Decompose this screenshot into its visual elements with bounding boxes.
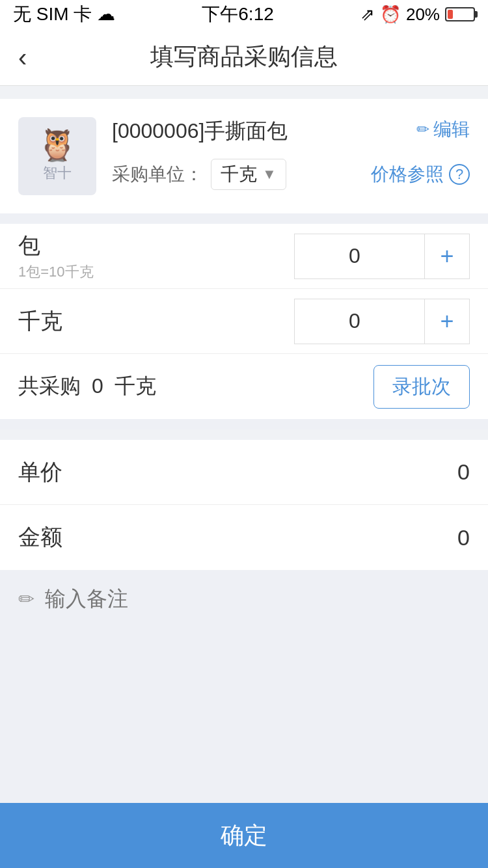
- unit-selector-wrap: 采购单位： 千克 ▼: [112, 159, 286, 190]
- page-title: 填写商品采购信息: [150, 41, 338, 73]
- summary-value: 0: [92, 374, 103, 398]
- status-right: ⇗ ⏰ 20%: [360, 5, 475, 25]
- price-ref-label: 价格参照: [371, 162, 444, 187]
- info-section: 单价 0 金额 0: [0, 440, 488, 570]
- status-bar: 无 SIM 卡 ☁ 下午6:12 ⇗ ⏰ 20%: [0, 0, 488, 29]
- product-unit-row: 采购单位： 千克 ▼ 价格参照 ?: [112, 159, 470, 190]
- price-value: 0: [457, 459, 470, 485]
- bao-control: +: [294, 234, 470, 279]
- kg-label: 千克: [18, 306, 96, 336]
- input-row-bao: 包 1包=10千克 +: [0, 224, 488, 289]
- pencil-icon: ✏: [18, 588, 34, 610]
- product-name: [0000006]手撕面包: [112, 117, 406, 146]
- back-button[interactable]: ‹: [18, 44, 27, 70]
- plus-icon-1: +: [440, 243, 454, 270]
- price-ref-button[interactable]: 价格参照 ?: [371, 162, 470, 187]
- sim-text: 无 SIM 卡 ☁: [13, 2, 115, 27]
- kg-control: +: [294, 299, 470, 344]
- edit-icon: ✏: [416, 120, 429, 139]
- product-header: [0000006]手撕面包 ✏ 编辑: [112, 117, 470, 146]
- kg-input[interactable]: [294, 299, 424, 344]
- amount-value: 0: [457, 525, 470, 550]
- amount-label: 金额: [18, 522, 62, 552]
- product-image-label: 智十: [43, 163, 72, 183]
- battery-percent: 20%: [406, 5, 440, 25]
- kg-label-wrap: 千克: [18, 306, 96, 336]
- edit-button[interactable]: ✏ 编辑: [416, 117, 470, 142]
- input-section: 包 1包=10千克 + 千克 +: [0, 224, 488, 354]
- unit-select[interactable]: 千克 ▼: [211, 159, 286, 190]
- bao-label: 包: [18, 231, 96, 261]
- plus-icon-2: +: [440, 308, 454, 335]
- unit-label: 采购单位：: [112, 162, 203, 187]
- bao-input[interactable]: [294, 234, 424, 279]
- edit-label: 编辑: [433, 117, 470, 142]
- product-logo-icon: 🦉: [38, 129, 77, 161]
- product-card: 🦉 智十 [0000006]手撕面包 ✏ 编辑 采购单位： 千克 ▼: [0, 99, 488, 213]
- battery-icon: [445, 7, 475, 21]
- remark-input[interactable]: [45, 587, 470, 611]
- input-row-kg: 千克 +: [0, 289, 488, 354]
- back-icon: ‹: [18, 43, 27, 72]
- price-row: 单价 0: [0, 440, 488, 505]
- bao-label-wrap: 包 1包=10千克: [18, 231, 96, 282]
- status-time: 下午6:12: [202, 2, 274, 27]
- remark-section: ✏: [0, 570, 488, 627]
- summary-text: 共采购 0 千克: [18, 372, 156, 401]
- unit-value: 千克: [221, 162, 257, 187]
- summary-prefix: 共采购: [18, 374, 81, 398]
- alarm-icon: ⏰: [380, 5, 401, 25]
- divider-2: [0, 419, 488, 429]
- divider-1: [0, 213, 488, 224]
- product-info: [0000006]手撕面包 ✏ 编辑 采购单位： 千克 ▼ 价格参照 ?: [112, 117, 470, 190]
- summary-unit: 千克: [115, 374, 156, 398]
- bao-plus-button[interactable]: +: [424, 234, 470, 279]
- price-label: 单价: [18, 457, 62, 487]
- amount-row: 金额 0: [0, 505, 488, 570]
- batch-button[interactable]: 录批次: [373, 365, 470, 409]
- confirm-button[interactable]: 确定: [0, 803, 488, 868]
- product-image: 🦉 智十: [18, 117, 96, 195]
- help-icon: ?: [449, 164, 470, 185]
- bao-sublabel: 1包=10千克: [18, 262, 96, 282]
- dropdown-icon: ▼: [262, 166, 277, 183]
- location-icon: ⇗: [360, 5, 375, 25]
- kg-plus-button[interactable]: +: [424, 299, 470, 344]
- status-left: 无 SIM 卡 ☁: [13, 2, 115, 27]
- nav-bar: ‹ 填写商品采购信息: [0, 29, 488, 86]
- summary-row: 共采购 0 千克 录批次: [0, 354, 488, 419]
